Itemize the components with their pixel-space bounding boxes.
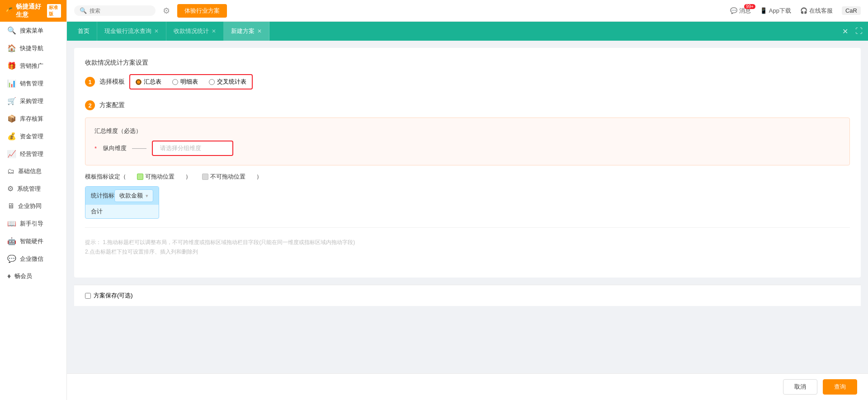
drag-legend: 可拖动位置 bbox=[137, 173, 175, 181]
search-input[interactable] bbox=[90, 8, 148, 14]
sidebar-item-finance[interactable]: 💰 资金管理 bbox=[0, 127, 66, 145]
vertical-dim-label: 纵向维度 bbox=[103, 144, 127, 152]
step1-section: 1 选择模板 汇总表 明细表 交叉统计表 bbox=[85, 74, 850, 89]
indicators-title: 模板指标设定（ bbox=[85, 173, 126, 181]
step2-section: 2 方案配置 汇总维度（必选） * 纵向维度 —— 请选择分组维度 bbox=[85, 100, 850, 256]
notification-btn[interactable]: 💬 消息 99+ bbox=[730, 7, 751, 15]
step1-title: 选择模板 bbox=[99, 78, 125, 86]
cancel-button[interactable]: 取消 bbox=[783, 379, 817, 395]
stat-row-label: 合计 bbox=[91, 208, 103, 215]
radio-summary[interactable]: 汇总表 bbox=[136, 78, 161, 86]
online-service-btn[interactable]: 🎧 在线客服 bbox=[800, 7, 833, 15]
hint-2: 2.点击标题栏下拉可设置排序、插入列和删除列 bbox=[85, 248, 850, 256]
radio-summary-input[interactable] bbox=[136, 79, 142, 85]
radio-detail-label: 明细表 bbox=[180, 78, 198, 86]
tab-close-icon[interactable]: ✕ bbox=[840, 25, 850, 38]
indicator-tag[interactable]: 收款金额 ▾ bbox=[114, 189, 153, 202]
stat-group-label: 统计指标 bbox=[91, 192, 114, 200]
main-area: 🔍 ⚙ 体验行业方案 💬 消息 99+ 📱 App下载 🎧 在线客服 CaR 首… bbox=[67, 0, 868, 400]
app-download-btn[interactable]: 📱 App下载 bbox=[760, 7, 791, 15]
tab-bank-flow-close[interactable]: ✕ bbox=[154, 28, 159, 34]
wechat-icon: 💬 bbox=[7, 254, 16, 263]
draggable-dot bbox=[137, 174, 143, 180]
home-icon: 🏠 bbox=[7, 44, 16, 52]
logo-icon: 🍊 bbox=[5, 7, 13, 14]
drag-label: 可拖动位置 bbox=[145, 173, 175, 181]
save-label: 方案保存(可选) bbox=[94, 292, 133, 300]
tab-new-plan-close[interactable]: ✕ bbox=[257, 28, 262, 34]
message-icon: 💬 bbox=[730, 7, 737, 14]
sidebar-item-inventory[interactable]: 📦 库存核算 bbox=[0, 110, 66, 127]
dimension-select[interactable]: 请选择分组维度 bbox=[152, 141, 233, 156]
query-button[interactable]: 查询 bbox=[823, 379, 857, 395]
tabbar-actions: ✕ ⛶ bbox=[840, 25, 864, 38]
radio-cross-input[interactable] bbox=[209, 79, 215, 85]
footer-bar: 取消 查询 bbox=[67, 373, 868, 400]
sidebar-item-marketing[interactable]: 🎁 营销推广 bbox=[0, 57, 66, 75]
sidebar-item-label: 企业微信 bbox=[20, 255, 43, 263]
tab-collection-stat-close[interactable]: ✕ bbox=[212, 28, 216, 34]
username-display: CaR bbox=[842, 6, 861, 15]
tab-home[interactable]: 首页 bbox=[71, 22, 97, 41]
settings-icon[interactable]: ⚙ bbox=[163, 6, 170, 16]
sidebar-item-basic-info[interactable]: 🗂 基础信息 bbox=[0, 163, 66, 180]
sidebar-item-purchase[interactable]: 🛒 采购管理 bbox=[0, 92, 66, 110]
sales-icon: 📊 bbox=[7, 79, 16, 88]
sidebar-item-label: 资金管理 bbox=[20, 132, 43, 141]
logo-badge: 标准版 bbox=[47, 4, 61, 18]
sidebar-logo: 🍊 畅捷通好生意 标准版 bbox=[0, 0, 66, 22]
sidebar-item-label: 基础信息 bbox=[18, 167, 42, 175]
tab-collection-stat-label: 收款情况统计 bbox=[174, 27, 209, 35]
step2-number: 2 bbox=[85, 100, 95, 110]
sidebar-item-system[interactable]: ⚙ 系统管理 bbox=[0, 180, 66, 198]
sidebar-item-label: 销售管理 bbox=[20, 80, 43, 88]
sidebar-item-label: 智能硬件 bbox=[20, 237, 43, 245]
sidebar-item-wechat[interactable]: 💬 企业微信 bbox=[0, 250, 66, 268]
tab-expand-icon[interactable]: ⛶ bbox=[854, 25, 864, 37]
sidebar-item-label: 快捷导航 bbox=[20, 44, 43, 52]
tab-bank-flow[interactable]: 现金银行流水查询 ✕ bbox=[97, 22, 166, 41]
tab-home-label: 首页 bbox=[78, 27, 90, 35]
radio-detail[interactable]: 明细表 bbox=[172, 78, 198, 86]
online-service-label: 在线客服 bbox=[809, 7, 833, 15]
chevron-down-icon: ▾ bbox=[146, 193, 148, 199]
step2-header: 2 方案配置 bbox=[85, 100, 850, 110]
industry-btn[interactable]: 体验行业方案 bbox=[177, 4, 227, 18]
tab-bank-flow-label: 现金银行流水查询 bbox=[104, 27, 151, 35]
download-icon: 📱 bbox=[760, 7, 767, 14]
sidebar-item-quick-nav[interactable]: 🏠 快捷导航 bbox=[0, 39, 66, 57]
save-section: 方案保存(可选) bbox=[74, 285, 861, 306]
sidebar-item-guide[interactable]: 📖 新手引导 bbox=[0, 215, 66, 232]
sidebar-item-label: 库存核算 bbox=[20, 115, 43, 123]
sidebar-item-hardware[interactable]: 🤖 智能硬件 bbox=[0, 232, 66, 250]
logo-text: 畅捷通好生意 bbox=[16, 3, 44, 19]
radio-detail-input[interactable] bbox=[172, 79, 178, 85]
search-icon: 🔍 bbox=[7, 26, 16, 35]
sidebar-item-label: 搜索菜单 bbox=[20, 27, 43, 35]
radio-cross-label: 交叉统计表 bbox=[217, 78, 246, 86]
indicators-section: 模板指标设定（ 可拖动位置 ） 不可拖动位置 ） bbox=[85, 173, 850, 220]
separator: ） bbox=[185, 173, 191, 181]
tab-collection-stat[interactable]: 收款情况统计 ✕ bbox=[166, 22, 224, 41]
page-title: 收款情况统计方案设置 bbox=[85, 59, 850, 67]
main-card: 收款情况统计方案设置 1 选择模板 汇总表 明细表 bbox=[74, 48, 861, 278]
stat-group-body: 合计 bbox=[85, 205, 159, 218]
sidebar-item-member[interactable]: ♦ 畅会员 bbox=[0, 268, 66, 285]
divider bbox=[85, 227, 850, 228]
sidebar-item-label: 企业协同 bbox=[18, 202, 42, 210]
purchase-icon: 🛒 bbox=[7, 97, 16, 105]
tab-new-plan[interactable]: 新建方案 ✕ bbox=[224, 22, 269, 41]
no-drag-legend: 不可拖动位置 bbox=[202, 173, 245, 181]
search-bar[interactable]: 🔍 bbox=[74, 5, 156, 16]
service-icon: 🎧 bbox=[800, 7, 807, 14]
sidebar-item-label: 畅会员 bbox=[14, 272, 32, 280]
sidebar-item-search[interactable]: 🔍 搜索菜单 bbox=[0, 22, 66, 39]
sidebar-item-operation[interactable]: 📈 经营管理 bbox=[0, 145, 66, 163]
sidebar-item-enterprise[interactable]: 🖥 企业协同 bbox=[0, 198, 66, 215]
sidebar-item-sales[interactable]: 📊 销售管理 bbox=[0, 75, 66, 92]
save-checkbox[interactable] bbox=[85, 293, 91, 299]
sidebar-item-label: 经营管理 bbox=[20, 150, 43, 158]
radio-cross[interactable]: 交叉统计表 bbox=[209, 78, 246, 86]
required-star: * bbox=[94, 145, 97, 152]
sidebar-item-label: 新手引导 bbox=[20, 220, 43, 228]
